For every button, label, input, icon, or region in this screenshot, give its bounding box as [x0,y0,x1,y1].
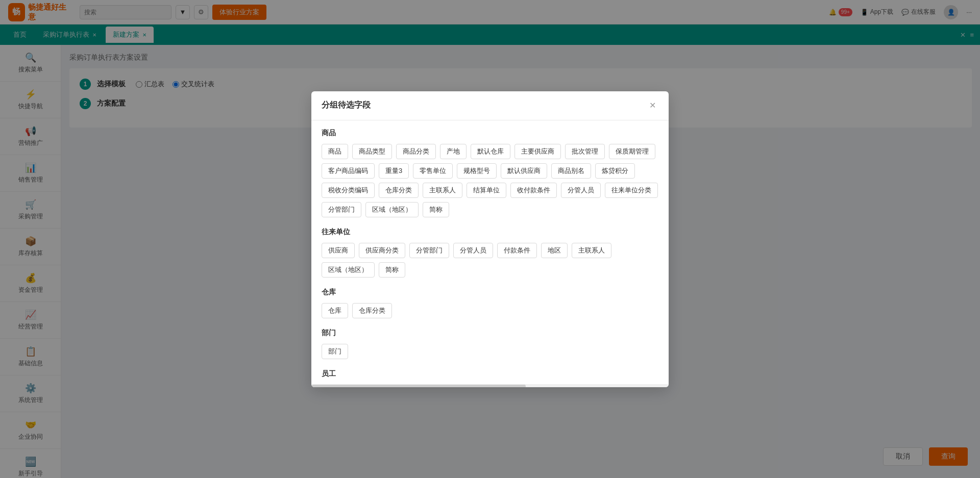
section-employee-title: 员工 [322,369,658,379]
field-tag[interactable]: 简称 [379,262,405,278]
field-tag[interactable]: 简称 [423,202,449,217]
field-tag[interactable]: 规格型号 [457,163,497,179]
section-dept: 部门 部门 [322,329,658,359]
field-tag[interactable]: 仓库 [322,303,348,318]
section-partner: 往来单位 供应商 供应商分类 分管部门 分管人员 付款条件 地区 主联系人 区域… [322,228,658,278]
section-warehouse: 仓库 仓库 仓库分类 [322,288,658,318]
field-tag[interactable]: 税收分类编码 [322,183,375,198]
field-selector-modal: 分组待选字段 ✕ 商品 商品 商品类型 商品分类 产地 默认仓库 主要供应商 批… [311,91,669,387]
field-tag[interactable]: 重量3 [379,163,409,179]
section-employee: 员工 业务员 [322,369,658,384]
field-tag[interactable]: 结算单位 [467,183,506,198]
modal-title: 分组待选字段 [322,100,371,111]
modal-body: 商品 商品 商品类型 商品分类 产地 默认仓库 主要供应商 批次管理 保质期管理… [311,120,669,384]
field-tag[interactable]: 默认供应商 [501,163,547,179]
field-tag[interactable]: 分管人员 [561,183,601,198]
field-tag[interactable]: 默认仓库 [471,144,510,159]
field-tag[interactable]: 分管人员 [453,243,493,258]
field-tag[interactable]: 分管部门 [322,202,361,217]
product-fields: 商品 商品类型 商品分类 产地 默认仓库 主要供应商 批次管理 保质期管理 客户… [322,144,658,217]
warehouse-fields: 仓库 仓库分类 [322,303,658,318]
field-tag[interactable]: 区域（地区） [322,262,375,278]
field-tag[interactable]: 客户商品编码 [322,163,375,179]
field-tag[interactable]: 主联系人 [572,243,611,258]
field-tag[interactable]: 付款条件 [497,243,537,258]
field-tag[interactable]: 部门 [322,344,348,359]
field-tag[interactable]: 批次管理 [565,144,605,159]
partner-fields: 供应商 供应商分类 分管部门 分管人员 付款条件 地区 主联系人 区域（地区） … [322,243,658,278]
section-warehouse-title: 仓库 [322,288,658,297]
field-tag[interactable]: 炼贷积分 [595,163,635,179]
field-tag[interactable]: 商品别名 [551,163,591,179]
modal-overlay: 分组待选字段 ✕ 商品 商品 商品类型 商品分类 产地 默认仓库 主要供应商 批… [0,0,980,478]
field-tag[interactable]: 商品 [322,144,348,159]
field-tag[interactable]: 分管部门 [409,243,449,258]
field-tag[interactable]: 商品类型 [352,144,392,159]
modal-close-button[interactable]: ✕ [646,99,658,112]
field-tag[interactable]: 往来单位分类 [605,183,658,198]
field-tag[interactable]: 地区 [541,243,568,258]
field-tag[interactable]: 主联系人 [423,183,462,198]
dept-fields: 部门 [322,344,658,359]
field-tag[interactable]: 零售单位 [413,163,453,179]
section-dept-title: 部门 [322,329,658,338]
section-product: 商品 商品 商品类型 商品分类 产地 默认仓库 主要供应商 批次管理 保质期管理… [322,129,658,217]
field-tag[interactable]: 仓库分类 [352,303,392,318]
field-tag[interactable]: 供应商 [322,243,355,258]
modal-header: 分组待选字段 ✕ [311,91,669,120]
field-tag[interactable]: 收付款条件 [510,183,557,198]
modal-scrollbar-thumb [311,385,526,387]
modal-horizontal-scrollbar[interactable] [311,384,669,387]
field-tag[interactable]: 供应商分类 [359,243,405,258]
field-tag[interactable]: 产地 [440,144,467,159]
field-tag[interactable]: 保质期管理 [609,144,655,159]
field-tag[interactable]: 区域（地区） [365,202,419,217]
field-tag[interactable]: 仓库分类 [379,183,419,198]
section-product-title: 商品 [322,129,658,138]
field-tag[interactable]: 主要供应商 [514,144,561,159]
field-tag[interactable]: 商品分类 [396,144,436,159]
section-partner-title: 往来单位 [322,228,658,237]
